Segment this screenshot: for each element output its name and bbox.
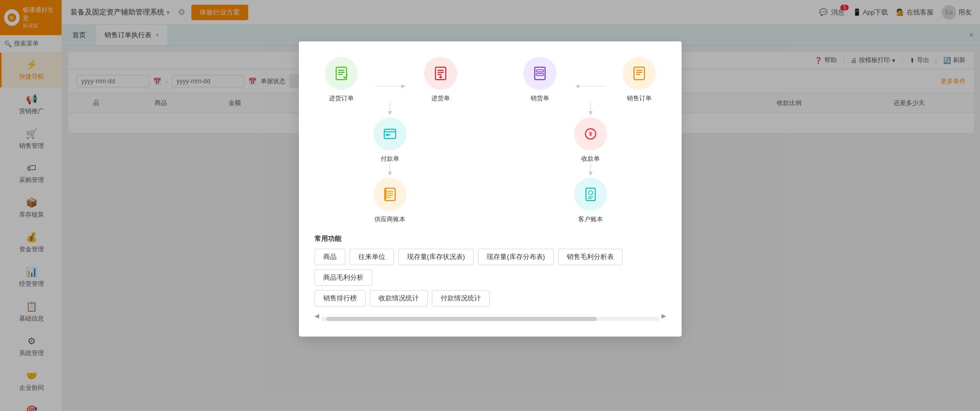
svg-rect-14 [536,73,544,75]
scroll-right-icon[interactable]: ▶ [661,312,666,319]
flow-node-receipt[interactable]: ¥ 收款单 [574,117,607,163]
func-btn-receipt-stats[interactable]: 收款情况统计 [370,290,428,307]
func-btn-payment-stats[interactable]: 付款情况统计 [432,290,490,307]
sale-icon [523,57,556,90]
func-btn-contacts[interactable]: 往来单位 [350,249,394,265]
quick-nav-modal: 进货订单 进货单 [299,41,682,337]
func-btn-sales-ranking[interactable]: 销售排行榜 [314,290,366,307]
flow-node-purchase-order[interactable]: 进货订单 [325,57,358,103]
receipt-icon: ¥ [574,117,607,150]
flow-node-sale-order[interactable]: 销售订单 [623,57,656,103]
func-btn-stock-status[interactable]: 现存量(库存状况表) [398,249,474,265]
svg-text:¥: ¥ [388,132,391,137]
supplier-ledger-icon [373,178,406,211]
customer-ledger-icon [574,178,607,211]
svg-text:¥: ¥ [589,131,592,137]
purchase-icon [424,57,457,90]
arrow-sale-to-receipt: ¥ 收款单 [574,103,607,163]
flow-node-payment[interactable]: ¥ 付款单 [373,117,406,163]
func-btn-product[interactable]: 商品 [314,249,345,265]
svg-marker-22 [388,111,392,115]
flow-node-sale[interactable]: 销货单 [523,57,556,103]
sale-order-icon [623,57,656,90]
func-buttons-row2: 销售排行榜 收款情况统计 付款情况统计 [314,290,666,307]
scrollbar-thumb [326,317,597,321]
modal-scrollbar-row: ◀ ▶ [314,311,666,321]
arrow-purchase-to-payment: ¥ 付款单 [373,103,406,163]
flow-node-supplier-ledger[interactable]: 供应商账本 [373,178,406,224]
modal-scrollbar[interactable] [321,317,659,321]
flow-diagram-section: 进货订单 进货单 [314,57,666,224]
payment-icon: ¥ [373,117,406,150]
svg-rect-13 [536,70,544,72]
purchase-order-icon [325,57,358,90]
svg-marker-32 [388,172,392,176]
common-functions-title: 常用功能 [314,234,666,243]
svg-marker-28 [589,111,593,115]
arrow-sale-order-to-sale [556,82,623,103]
flow-node-purchase[interactable]: 进货单 [424,57,457,103]
flow-node-customer-ledger[interactable]: 客户账本 [574,178,607,224]
func-btn-stock-distribution[interactable]: 现存量(库存分布表) [478,249,554,265]
svg-marker-40 [589,172,593,176]
arrow-purchase-order-to-purchase [358,82,424,103]
func-btn-product-profit-analysis[interactable]: 商品毛利分析 [314,269,372,286]
svg-marker-7 [401,84,405,88]
arrow-receipt-to-customer: 客户账本 [574,163,607,224]
scroll-left-icon[interactable]: ◀ [314,312,319,319]
svg-rect-38 [384,189,386,200]
common-functions-section: 常用功能 商品 往来单位 现存量(库存状况表) 现存量(库存分布表) 销售毛利分… [314,234,666,307]
modal-overlay[interactable]: 进货订单 进货单 [0,0,980,411]
func-buttons-row1: 商品 往来单位 现存量(库存状况表) 现存量(库存分布表) 销售毛利分析表 商品… [314,249,666,286]
arrow-payment-to-supplier: 供应商账本 [373,163,406,224]
svg-rect-17 [634,67,644,80]
svg-marker-16 [575,84,579,88]
func-btn-sales-profit-analysis[interactable]: 销售毛利分析表 [558,249,623,265]
